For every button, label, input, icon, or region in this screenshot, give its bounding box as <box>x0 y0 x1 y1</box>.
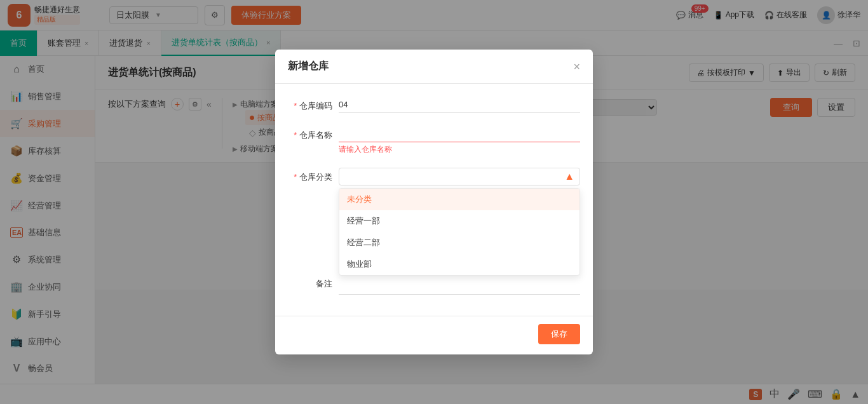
form-row-code: 仓库编码 <box>288 97 580 113</box>
category-dropdown-arrow-icon[interactable]: ▲ <box>564 171 574 182</box>
note-input[interactable] <box>339 274 580 295</box>
dropdown-item-none[interactable]: 未分类 <box>339 189 580 210</box>
form-row-category: 仓库分类 ▲ 未分类 经营一部 经营二部 物业部 <box>288 168 580 185</box>
category-label: 仓库分类 <box>288 168 339 183</box>
dialog-overlay[interactable]: 新增仓库 × 仓库编码 仓库名称 请输入仓库名称 <box>0 0 868 404</box>
form-row-note: 备注 <box>288 274 580 297</box>
name-error-message: 请输入仓库名称 <box>339 144 580 155</box>
category-input-wrap: ▲ 未分类 经营一部 经营二部 物业部 <box>339 168 580 185</box>
dialog-close-button[interactable]: × <box>573 61 580 72</box>
note-input-wrap <box>339 274 580 297</box>
dialog-footer: 保存 <box>275 316 593 354</box>
category-selector[interactable]: ▲ <box>339 168 580 185</box>
dialog-title: 新增仓库 <box>288 60 329 73</box>
code-input-wrap <box>339 97 580 113</box>
category-dropdown-menu: 未分类 经营一部 经营二部 物业部 <box>339 188 580 276</box>
dialog-body: 仓库编码 仓库名称 请输入仓库名称 仓库分类 <box>275 84 593 316</box>
warehouse-code-input[interactable] <box>339 97 580 113</box>
dropdown-item-dept2[interactable]: 经营二部 <box>339 232 580 253</box>
new-warehouse-dialog: 新增仓库 × 仓库编码 仓库名称 请输入仓库名称 <box>275 50 593 354</box>
note-label: 备注 <box>288 274 339 290</box>
category-input[interactable] <box>344 172 564 182</box>
name-input-wrap: 请输入仓库名称 <box>339 126 580 155</box>
form-row-name: 仓库名称 请输入仓库名称 <box>288 126 580 155</box>
dropdown-item-property[interactable]: 物业部 <box>339 253 580 275</box>
name-label: 仓库名称 <box>288 126 339 141</box>
code-label: 仓库编码 <box>288 97 339 112</box>
dialog-header: 新增仓库 × <box>275 50 593 84</box>
dropdown-item-dept1[interactable]: 经营一部 <box>339 210 580 232</box>
save-button[interactable]: 保存 <box>538 324 580 344</box>
warehouse-name-input[interactable] <box>339 126 580 142</box>
